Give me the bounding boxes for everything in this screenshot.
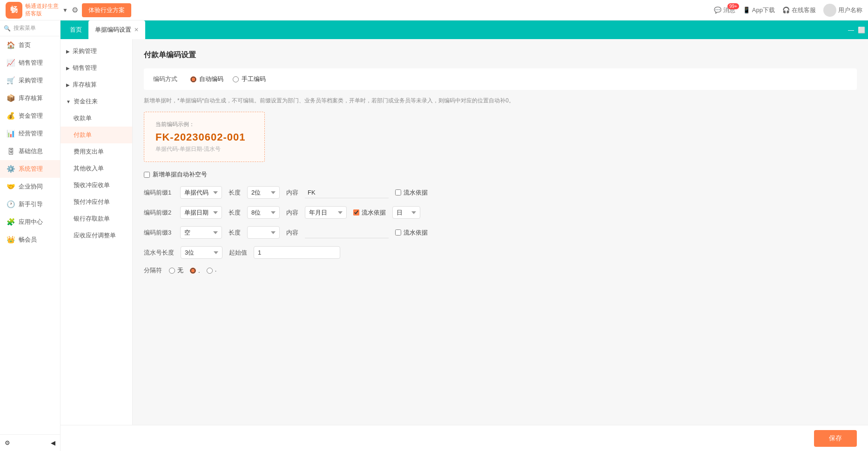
prefix1-select[interactable]: 单据代码 业务员 部门 空 <box>180 186 222 199</box>
settings-bottom-icon[interactable]: ⚙ <box>5 439 10 446</box>
top-bar: 畅 畅通道好生意 搭客版 ▼ ⚙ 体验行业方案 💬 消息 99+ 📱 App下载… <box>0 0 868 20</box>
sidebar-item-member[interactable]: 👑 畅会员 <box>0 231 60 249</box>
prefix2-stream-checkbox[interactable]: 流水依据 <box>353 209 386 217</box>
subnav-child-other-income[interactable]: 其他收入单 <box>61 160 132 177</box>
prefix1-content-input[interactable] <box>305 187 389 198</box>
sidebar-item-guide[interactable]: 🕐 新手引导 <box>0 195 60 213</box>
settings-icon[interactable]: ⚙ <box>72 6 78 14</box>
prefix2-content-select[interactable]: 年月日 年月 年 <box>305 206 347 219</box>
prefix3-length-label: 长度 <box>229 229 241 237</box>
enterprise-icon: 🤝 <box>7 182 15 191</box>
sidebar-item-inventory[interactable]: 📦 库存核算 <box>0 89 60 107</box>
prefix2-select[interactable]: 单据日期 单据代码 业务员 空 <box>180 206 222 219</box>
page-title: 付款单编码设置 <box>144 50 857 60</box>
member-icon: 👑 <box>7 236 15 244</box>
prefix2-stream-unit-select[interactable]: 日 月 年 <box>392 206 420 219</box>
subnav-child-pre-pay[interactable]: 预付冲应付单 <box>61 194 132 210</box>
online-service-button[interactable]: 🎧 在线客服 <box>782 6 816 14</box>
arrow-icon: ▶ <box>66 49 70 54</box>
prefix2-length-label: 长度 <box>229 209 241 217</box>
prefix1-label: 编码前缀1 <box>144 188 174 197</box>
prefix3-length-select[interactable]: 2位 4位 <box>247 226 280 239</box>
subnav-child-bank[interactable]: 银行存取款单 <box>61 210 132 227</box>
sidebar-item-operations[interactable]: 📊 经营管理 <box>0 125 60 142</box>
app-download-button[interactable]: 📱 App下载 <box>743 6 775 14</box>
prefix1-content-label: 内容 <box>286 188 298 197</box>
sidebar-bottom: ⚙ ◀ <box>0 434 60 451</box>
tab-close-icon[interactable]: ✕ <box>134 27 139 33</box>
prefix3-row: 编码前缀3 空 单据代码 业务员 长度 2位 4位 内容 <box>144 226 857 239</box>
serial-start-input[interactable] <box>254 246 340 259</box>
code-example-value: FK-20230602-001 <box>155 131 253 143</box>
main-layout: 🔍 搜索菜单 🏠 首页 📈 销售管理 🛒 采购管理 📦 库存核算 💰 资金管理 … <box>0 20 868 451</box>
separator-none-option[interactable]: 无 <box>169 266 183 275</box>
prefix2-content-label: 内容 <box>286 209 298 217</box>
user-area[interactable]: 用户名称 <box>823 4 862 17</box>
arrow-expand-icon: ▼ <box>66 99 71 104</box>
subnav-child-receipt[interactable]: 收款单 <box>61 110 132 127</box>
app-icon: 📱 <box>743 7 750 13</box>
tab-bar: 首页 单据编码设置 ✕ — ⬜ <box>61 20 868 39</box>
subnav-group-purchase: ▶ 采购管理 <box>61 43 132 60</box>
subnav-group-sales: ▶ 销售管理 <box>61 60 132 76</box>
separator-dash-option[interactable]: · <box>207 267 217 274</box>
subnav-parent-sales[interactable]: ▶ 销售管理 <box>61 60 132 76</box>
logo-text: 畅通道好生意 搭客版 <box>25 3 59 17</box>
auto-fill-row[interactable]: 新增单据自动补空号 <box>144 170 857 179</box>
sidebar-item-basic-info[interactable]: 🗄 基础信息 <box>0 142 60 160</box>
code-example-sub: 单据代码-单据日期-流水号 <box>155 145 253 153</box>
serial-length-label: 流水号长度 <box>144 249 174 257</box>
prefix1-length-select[interactable]: 2位 4位 6位 <box>247 186 280 199</box>
sidebar-item-enterprise[interactable]: 🤝 企业协同 <box>0 178 60 195</box>
collapse-icon[interactable]: ◀ <box>51 439 55 446</box>
user-avatar <box>823 4 836 17</box>
save-button[interactable]: 保存 <box>814 430 857 447</box>
sidebar-item-system[interactable]: ⚙️ 系统管理 <box>0 160 60 178</box>
subnav-parent-inventory[interactable]: ▶ 库存核算 <box>61 76 132 93</box>
subnav-group-capital: ▼ 资金往来 收款单 付款单 费用支出单 其他收入单 <box>61 93 132 244</box>
encoding-method-group: 编码方式 自动编码 手工编码 <box>153 75 848 83</box>
finance-icon: 💰 <box>7 112 15 120</box>
message-button[interactable]: 💬 消息 99+ <box>714 6 735 14</box>
prefix3-stream-checkbox[interactable]: 流水依据 <box>395 229 428 237</box>
purchase-icon: 🛒 <box>7 76 15 85</box>
tab-minimize-icon[interactable]: — <box>848 27 854 34</box>
sub-nav: ▶ 采购管理 ▶ 销售管理 ▶ 库存核算 <box>61 39 133 451</box>
tab-encoding-settings[interactable]: 单据编码设置 ✕ <box>88 20 145 39</box>
tab-bar-right: — ⬜ <box>848 27 865 34</box>
trial-button[interactable]: 体验行业方案 <box>82 3 131 17</box>
sidebar-item-finance[interactable]: 💰 资金管理 <box>0 107 60 125</box>
subnav-group-inventory: ▶ 库存核算 <box>61 76 132 93</box>
subnav-child-expense[interactable]: 费用支出单 <box>61 143 132 160</box>
prefix3-select[interactable]: 空 单据代码 业务员 <box>180 226 222 239</box>
auto-code-option[interactable]: 自动编码 <box>190 75 223 83</box>
subnav-child-adjustment[interactable]: 应收应付调整单 <box>61 227 132 244</box>
sidebar-item-home[interactable]: 🏠 首页 <box>0 36 60 54</box>
code-example-box: 当前编码示例： FK-20230602-001 单据代码-单据日期-流水号 <box>144 112 265 162</box>
prefix1-stream-checkbox[interactable]: 流水依据 <box>395 188 428 197</box>
prefix3-content-input[interactable] <box>305 227 389 238</box>
tab-home[interactable]: 首页 <box>63 20 88 39</box>
subnav-child-payment[interactable]: 付款单 <box>61 127 132 143</box>
subnav-parent-purchase[interactable]: ▶ 采购管理 <box>61 43 132 60</box>
manual-code-option[interactable]: 手工编码 <box>233 75 266 83</box>
sidebar-search[interactable]: 🔍 搜索菜单 <box>0 20 60 36</box>
message-badge: 99+ <box>727 3 739 9</box>
sidebar-item-sales[interactable]: 📈 销售管理 <box>0 54 60 72</box>
tab-maximize-icon[interactable]: ⬜ <box>858 27 865 34</box>
separator-label: 分隔符 <box>144 266 162 275</box>
separator-dot-option[interactable]: . <box>190 267 200 274</box>
info-text: 新增单据时，*单据编码*自动生成，不可编辑。前缀设置为部门、业务员等档案类，开单… <box>144 96 857 105</box>
subnav-parent-capital[interactable]: ▼ 资金往来 <box>61 93 132 110</box>
sidebar-item-app-center[interactable]: 🧩 应用中心 <box>0 213 60 231</box>
sidebar-item-purchase[interactable]: 🛒 采购管理 <box>0 72 60 89</box>
subnav-child-pre-receive[interactable]: 预收冲应收单 <box>61 177 132 194</box>
basic-info-icon: 🗄 <box>7 148 15 155</box>
serial-length-select[interactable]: 3位 4位 5位 6位 <box>181 246 222 259</box>
nav-dropdown[interactable]: ▼ <box>62 7 68 13</box>
operations-icon: 📊 <box>7 129 15 138</box>
top-bar-right: 💬 消息 99+ 📱 App下载 🎧 在线客服 用户名称 <box>714 4 862 17</box>
service-icon: 🎧 <box>782 7 790 13</box>
auto-fill-checkbox[interactable] <box>144 172 150 178</box>
prefix2-length-select[interactable]: 8位 4位 6位 <box>247 206 280 219</box>
